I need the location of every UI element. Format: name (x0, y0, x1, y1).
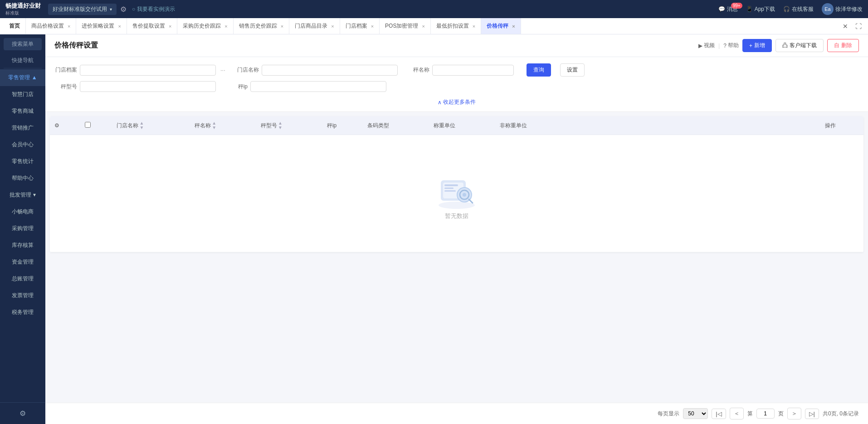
sidebar-item-marketing[interactable]: 营销推广 (0, 120, 45, 136)
demo-icon: ○ (132, 6, 135, 12)
tab-price-scale[interactable]: 价格传秤 × (481, 18, 521, 34)
tab-close-store-archive[interactable]: × (371, 24, 374, 29)
set-button[interactable]: 设置 (560, 63, 585, 77)
message-button[interactable]: 💬 消息 99+ (718, 5, 738, 13)
sidebar-item-xiao-chang[interactable]: 小畅电商 (0, 203, 45, 220)
app-subtitle: 标准版 (5, 10, 41, 16)
maximize-tab-button[interactable]: ⛶ (853, 22, 864, 31)
table-header-row: ⚙ 门店名称 ▲▼ 秤名称 ▲▼ (50, 116, 863, 135)
video-icon: ▶ (698, 43, 702, 49)
tab-pos-manage-label: POS加密管理 (385, 22, 418, 30)
tab-close-price-scale[interactable]: × (512, 24, 515, 29)
page-size-select[interactable]: 10 20 50 100 (683, 408, 708, 419)
store-archive-input[interactable] (80, 65, 216, 76)
app-download-label: App下载 (755, 5, 775, 13)
collapse-button[interactable]: ∧ 收起更多条件 (54, 96, 859, 108)
table-body: 暂无数据 (50, 135, 863, 252)
sidebar-item-retail-stats[interactable]: 零售统计 (0, 153, 45, 170)
sidebar-item-inventory[interactable]: 库存核算 (0, 237, 45, 254)
message-icon: 💬 (718, 6, 725, 12)
scale-name-input[interactable] (432, 65, 514, 76)
sidebar-general-label: 总账管理 (12, 275, 34, 283)
tab-pos-manage[interactable]: POS加密管理 × (380, 18, 431, 34)
tab-close-purchase-strategy[interactable]: × (118, 24, 121, 29)
search-menu-button[interactable]: 搜索菜单 (4, 38, 42, 50)
store-name-input[interactable] (262, 65, 398, 76)
pagination-bar: 每页显示 10 20 50 100 |◁ ＜ 算 页 ＞ ▷| 共0页, 0条记… (45, 403, 868, 424)
sidebar-member-label: 会员中心 (12, 141, 34, 149)
scale-model-input[interactable] (80, 81, 216, 92)
app-download-button[interactable]: 📱 App下载 (746, 5, 775, 13)
tab-close-sale-history[interactable]: × (281, 24, 283, 29)
total-info: 共0页, 0条记录 (823, 410, 859, 418)
empty-row: 暂无数据 (50, 135, 863, 252)
sidebar-item-help[interactable]: 帮助中心 (0, 170, 45, 187)
sidebar-item-retail-mall[interactable]: 零售商城 (0, 103, 45, 120)
sort-icon-store-name: ▲▼ (139, 121, 144, 130)
download-button[interactable]: 凸 客户端下载 (775, 39, 824, 52)
th-sort-store-name[interactable]: 门店名称 ▲▼ (117, 121, 185, 130)
sidebar-gear-button[interactable]: ⚙ (17, 406, 29, 420)
sidebar-item-smart-store[interactable]: 智慧门店 (0, 86, 45, 103)
page-number-input[interactable] (756, 409, 775, 419)
tab-purchase-history-label: 采购历史价跟踪 (183, 22, 221, 30)
sidebar-item-retail[interactable]: 零售管理 ▲ (0, 69, 45, 86)
demo-link[interactable]: ○ 我要看实例演示 (132, 5, 175, 13)
add-button[interactable]: + 新增 (742, 39, 772, 52)
online-service-button[interactable]: 🎧 在线客服 (783, 5, 814, 13)
tab-home-label: 首页 (9, 22, 20, 30)
sidebar-purchase-label: 采购管理 (12, 225, 34, 232)
settings-icon[interactable]: ⚙ (120, 5, 127, 14)
scale-ip-input[interactable] (250, 81, 386, 92)
tab-close-purchase-history[interactable]: × (224, 24, 227, 29)
sidebar-item-wholesale[interactable]: 批发管理 ▾ (0, 187, 45, 203)
tab-sale-history[interactable]: 销售历史价跟踪 × (234, 18, 289, 34)
sidebar-item-tax[interactable]: 税务管理 (0, 304, 45, 321)
prev-page-button[interactable]: ＜ (730, 408, 744, 419)
tab-sale-price[interactable]: 售价提取设置 × (127, 18, 177, 34)
tab-close-min-discount[interactable]: × (473, 24, 475, 29)
tab-price-settings[interactable]: 商品价格设置 × (26, 18, 76, 34)
last-page-button[interactable]: ▷| (805, 409, 819, 419)
demo-label: 我要看实例演示 (137, 5, 175, 13)
next-page-button[interactable]: ＞ (787, 408, 801, 419)
th-gear[interactable]: ⚙ (50, 116, 80, 135)
video-link[interactable]: ▶ 视频 (698, 42, 715, 49)
sidebar-item-invoice[interactable]: 发票管理 (0, 287, 45, 304)
th-sort-scale-name[interactable]: 秤名称 ▲▼ (195, 121, 252, 130)
close-tab-button[interactable]: ✕ (840, 22, 851, 31)
tab-purchase-history[interactable]: 采购历史价跟踪 × (177, 18, 233, 34)
quick-nav-button[interactable]: 快捷导航 (0, 54, 45, 67)
page-header-actions: ▶ 视频 | ? 帮助 + 新增 凸 客户端下载 自 删除 (698, 39, 859, 52)
sidebar-bottom: ⚙ (0, 402, 45, 424)
th-scale-model-label: 秤型号 (261, 122, 277, 130)
tab-close-pos-manage[interactable]: × (422, 24, 424, 29)
sidebar-item-purchase[interactable]: 采购管理 (0, 220, 45, 237)
th-checkbox[interactable] (80, 116, 112, 135)
sidebar-item-general[interactable]: 总账管理 (0, 270, 45, 287)
tab-min-discount[interactable]: 最低折扣设置 × (431, 18, 481, 34)
filter-row-2: 秤型号 秤ip (54, 81, 859, 92)
tab-close-sale-price[interactable]: × (169, 24, 171, 29)
user-menu[interactable]: Ea 徐泽华修改 (822, 3, 863, 15)
sidebar-item-finance[interactable]: 资金管理 (0, 254, 45, 270)
query-button[interactable]: 查询 (527, 63, 551, 77)
sort-icon-scale-model: ▲▼ (278, 121, 283, 130)
tab-store-archive[interactable]: 门店档案 × (340, 18, 380, 34)
tab-store-catalog[interactable]: 门店商品目录 × (289, 18, 340, 34)
help-link[interactable]: ? 帮助 (723, 42, 739, 49)
tab-purchase-strategy[interactable]: 进价策略设置 × (76, 18, 127, 34)
th-store-name: 门店名称 ▲▼ (112, 116, 190, 135)
help-label: 帮助 (728, 42, 739, 49)
ellipsis-button[interactable]: ··· (219, 67, 227, 73)
tab-close-store-catalog[interactable]: × (331, 24, 334, 29)
first-page-button[interactable]: |◁ (712, 409, 726, 419)
tab-close-price-settings[interactable]: × (68, 24, 70, 29)
tab-home[interactable]: 首页 (4, 18, 26, 34)
sidebar-item-member[interactable]: 会员中心 (0, 136, 45, 153)
select-all-checkbox[interactable] (85, 122, 91, 128)
th-sort-scale-model[interactable]: 秤型号 ▲▼ (261, 121, 318, 130)
delete-button[interactable]: 自 删除 (827, 39, 859, 52)
version-dropdown[interactable]: 好业财标准版交付试用 ▾ (48, 4, 117, 15)
th-weight-unit: 称重单位 (429, 116, 495, 135)
